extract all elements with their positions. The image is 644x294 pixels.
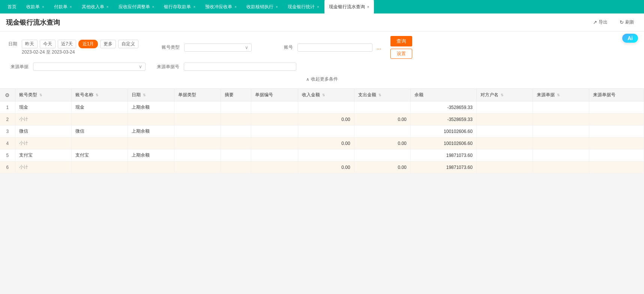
col-doc-type[interactable]: 单据类型: [174, 89, 221, 101]
col-date[interactable]: 日期 ⇅: [128, 89, 174, 101]
export-button[interactable]: ↗ 导出: [589, 18, 611, 27]
sort-account-name-icon: ⇅: [96, 93, 99, 97]
top-navigation: 首页 收款单 × 付款单 × 其他收入单 × 应收应付调整单 × 银行存取款单 …: [0, 0, 644, 13]
close-tab-5-icon[interactable]: ×: [234, 5, 237, 9]
sort-source-doc-icon: ⇅: [557, 93, 560, 97]
nav-tab-liushui-active[interactable]: 现金银行流水查询 ×: [324, 0, 374, 13]
account-type-label: 账号类型: [157, 44, 180, 51]
col-source-doc-no[interactable]: 来源单据号: [589, 89, 644, 101]
refresh-icon: ↻: [620, 19, 624, 25]
col-expense[interactable]: 支出金额 ⇅: [354, 89, 410, 101]
collapse-icon: ∧: [306, 77, 309, 82]
col-source-doc[interactable]: 来源单据 ⇅: [533, 89, 589, 101]
date-btn-7days[interactable]: 近7天: [58, 40, 76, 48]
column-settings-icon[interactable]: ⚙: [5, 92, 10, 98]
close-tab-6-icon[interactable]: ×: [276, 5, 278, 9]
export-icon: ↗: [593, 19, 597, 25]
source-doc-select[interactable]: ∨: [33, 63, 146, 71]
table-row: 2小计0.000.00-3528659.33: [0, 113, 644, 125]
col-settings[interactable]: ⚙: [0, 89, 15, 101]
sort-date-icon: ⇅: [143, 93, 146, 97]
account-input[interactable]: [297, 43, 372, 52]
table-row: 1现金现金上期余额-3528659.33: [0, 101, 644, 113]
account-type-select[interactable]: ∨: [184, 43, 252, 52]
source-doc-arrow-icon: ∨: [139, 64, 142, 69]
date-label: 日期: [6, 41, 17, 47]
table-row: 6小计0.000.0019871073.60: [0, 161, 644, 173]
nav-home[interactable]: 首页: [3, 4, 21, 10]
col-summary[interactable]: 摘要: [221, 89, 251, 101]
close-tab-8-icon[interactable]: ×: [367, 5, 369, 9]
date-btn-1month[interactable]: 近1月: [78, 40, 98, 48]
source-doc-label: 来源单据: [6, 64, 29, 70]
close-tab-3-icon[interactable]: ×: [152, 5, 155, 9]
col-doc-no[interactable]: 单据编号: [251, 89, 298, 101]
nav-tab-yingshouyingfu[interactable]: 应收应付调整单 ×: [114, 0, 159, 13]
close-tab-4-icon[interactable]: ×: [193, 5, 195, 9]
date-btn-today[interactable]: 今天: [40, 40, 56, 48]
collapse-bar[interactable]: ∧ 收起更多条件: [6, 75, 638, 84]
close-tab-1-icon[interactable]: ×: [70, 5, 72, 9]
date-range-display: 2023-02-24 至 2023-03-24: [22, 49, 75, 55]
sort-account-type-icon: ⇅: [39, 93, 42, 97]
nav-tab-shoukuanhexiao[interactable]: 收款核销执行 ×: [242, 0, 282, 13]
table-row: 4小计0.000.00100102606.60: [0, 137, 644, 149]
sort-income-icon: ⇅: [322, 93, 325, 97]
header-actions: ↗ 导出 ↻ 刷新: [589, 18, 638, 27]
settings-button[interactable]: 设置: [390, 49, 412, 59]
close-tab-2-icon[interactable]: ×: [107, 5, 109, 9]
sort-counterpart-icon: ⇅: [501, 93, 504, 97]
col-account-name[interactable]: 账号名称 ⇅: [71, 89, 128, 101]
filter-area: 日期 昨天 今天 近7天 近1月 更多 自定义 2023-02-24: [0, 31, 644, 89]
query-button[interactable]: 查询: [390, 36, 412, 46]
source-doc-no-input[interactable]: [184, 63, 296, 71]
col-counterpart[interactable]: 对方户名 ⇅: [476, 89, 533, 101]
nav-tab-xianjintongji[interactable]: 现金银行统计 ×: [283, 0, 324, 13]
table-body: 1现金现金上期余额-3528659.332小计0.000.00-3528659.…: [0, 101, 644, 173]
table-header-row: ⚙ 账号类型 ⇅ 账号名称 ⇅ 日期 ⇅ 单据类型: [0, 89, 644, 101]
main-content: 现金银行流水查询 ↗ 导出 ↻ 刷新 日期: [0, 13, 644, 294]
date-options: 昨天 今天 近7天 近1月 更多 自定义: [22, 40, 138, 48]
account-dots-button[interactable]: ...: [375, 44, 383, 51]
col-account-type[interactable]: 账号类型 ⇅: [15, 89, 71, 101]
page-title: 现金银行流水查询: [6, 18, 60, 27]
account-type-arrow-icon: ∨: [245, 45, 248, 50]
col-balance[interactable]: 余额: [410, 89, 476, 101]
refresh-button[interactable]: ↻ 刷新: [616, 18, 638, 27]
table-container: ⚙ 账号类型 ⇅ 账号名称 ⇅ 日期 ⇅ 单据类型: [0, 89, 644, 173]
data-table: ⚙ 账号类型 ⇅ 账号名称 ⇅ 日期 ⇅ 单据类型: [0, 89, 644, 173]
nav-tab-shoukuan[interactable]: 收款单 ×: [22, 0, 49, 13]
nav-tab-qitashoru[interactable]: 其他收入单 ×: [77, 0, 113, 13]
header-bar: 现金银行流水查询 ↗ 导出 ↻ 刷新: [0, 13, 644, 31]
account-label: 账号: [270, 44, 293, 51]
col-income[interactable]: 收入金额 ⇅: [298, 89, 354, 101]
nav-tab-yushou[interactable]: 预收冲应收单 ×: [201, 0, 241, 13]
table-row: 3微信微信上期余额100102606.60: [0, 125, 644, 137]
nav-tab-yinhangcunqu[interactable]: 银行存取款单 ×: [159, 0, 200, 13]
close-tab-7-icon[interactable]: ×: [317, 5, 319, 9]
close-tab-0-icon[interactable]: ×: [42, 5, 44, 9]
date-btn-yesterday[interactable]: 昨天: [22, 40, 38, 48]
source-doc-no-label: 来源单据号: [157, 64, 179, 70]
table-row: 5支付宝支付宝上期余额19871073.60: [0, 149, 644, 161]
ai-badge[interactable]: Ai: [622, 34, 638, 43]
sort-expense-icon: ⇅: [378, 93, 381, 97]
nav-tab-fukuan[interactable]: 付款单 ×: [50, 0, 77, 13]
date-btn-custom[interactable]: 自定义: [118, 40, 138, 48]
date-btn-more[interactable]: 更多: [100, 40, 116, 48]
